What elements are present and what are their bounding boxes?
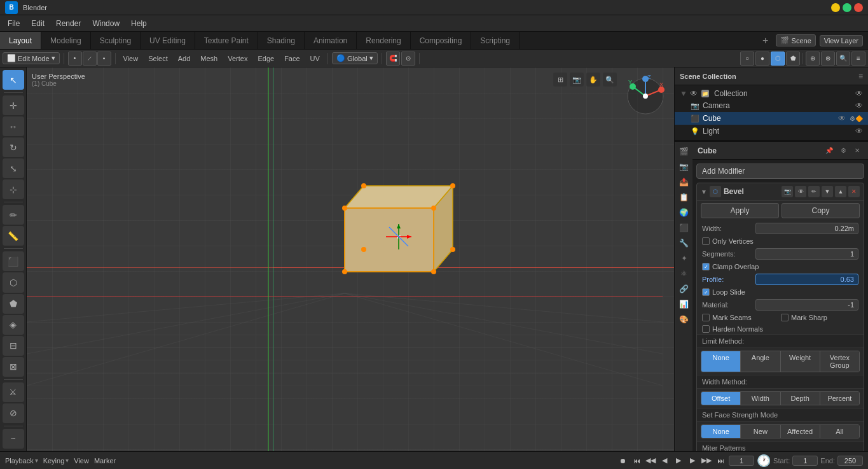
light-item[interactable]: 💡 Light 👁 [675, 125, 868, 137]
width-value[interactable]: 0.22m [755, 223, 858, 234]
prop-constraints[interactable]: 🔗 [677, 282, 691, 296]
prop-material[interactable]: 🎨 [677, 312, 691, 326]
close-props-icon[interactable]: ✕ [851, 145, 863, 157]
filter-icon[interactable]: ≡ [858, 72, 863, 81]
tab-uv-editing[interactable]: UV Editing [141, 32, 195, 49]
prop-object[interactable]: ⬛ [677, 221, 691, 235]
skip-start-button[interactable]: ⏮ [631, 455, 642, 466]
tool-inset[interactable]: ⬟ [3, 294, 24, 314]
only-vertices-check[interactable] [702, 237, 710, 245]
menu-help[interactable]: Help [126, 18, 152, 29]
prop-scene[interactable]: 🎬 [677, 144, 691, 158]
settings-icon[interactable]: ⚙ [837, 145, 849, 157]
search-button[interactable]: 🔍 [836, 52, 850, 66]
tab-rendering[interactable]: Rendering [357, 32, 410, 49]
prop-particles[interactable]: ✦ [677, 251, 691, 265]
tool-annotate[interactable]: ✏ [3, 205, 24, 225]
modifier-down[interactable]: ▼ [822, 186, 833, 197]
camera-visibility[interactable]: 👁 [855, 101, 863, 110]
tab-compositing[interactable]: Compositing [411, 32, 472, 49]
menu-edit[interactable]: Edit [26, 18, 50, 29]
prev-frame-button[interactable]: ◀ [659, 455, 670, 466]
collection-item[interactable]: ▼ 👁 📁 Collection 👁 [675, 88, 868, 99]
start-frame-field[interactable]: 1 [792, 456, 818, 466]
toolbar-select[interactable]: Select [144, 53, 172, 64]
mark-sharp-check[interactable] [781, 314, 789, 321]
prop-data[interactable]: 📊 [677, 297, 691, 311]
toolbar-uv[interactable]: UV [307, 53, 324, 64]
tab-layout[interactable]: Layout [0, 32, 41, 49]
viewport[interactable]: User Perspective (1) Cube X Y Z [27, 67, 674, 451]
viewport-icon-pan[interactable]: ✋ [586, 73, 600, 87]
toolbar-edge[interactable]: Edge [254, 53, 278, 64]
next-keyframe-button[interactable]: ▶▶ [701, 455, 712, 466]
scene-selector[interactable]: 🎬 Scene [776, 34, 816, 46]
viewport-shading-solid[interactable]: ○ [740, 52, 754, 66]
loop-slide-check[interactable]: ✓ [702, 288, 710, 296]
tab-texture-paint[interactable]: Texture Paint [195, 32, 258, 49]
width-offset[interactable]: Offset [701, 392, 741, 405]
camera-item[interactable]: 📷 Camera 👁 [675, 99, 868, 112]
edge-select-mode[interactable]: ⟋ [83, 52, 97, 66]
toolbar-mesh[interactable]: Mesh [196, 53, 221, 64]
skip-end-button[interactable]: ⏭ [715, 455, 726, 466]
limit-vertex-group[interactable]: Vertex Group [820, 351, 859, 372]
overlay-toggle[interactable]: ⊕ [806, 52, 820, 66]
fs-all[interactable]: All [820, 425, 859, 438]
viewport-shading-rendered[interactable]: ⬡ [771, 52, 785, 66]
pin-icon[interactable]: 📌 [823, 145, 835, 157]
collection-visibility[interactable]: 👁 [855, 89, 863, 98]
menu-window[interactable]: Window [87, 18, 125, 29]
prop-view-layer[interactable]: 📋 [677, 190, 691, 204]
mode-dropdown[interactable]: ⬜ Edit Mode ▾ [3, 52, 60, 64]
proportional-edit[interactable]: ⊙ [401, 52, 415, 66]
prop-world[interactable]: 🌍 [677, 206, 691, 220]
tool-scale[interactable]: ⤡ [3, 158, 24, 178]
tool-add-cube[interactable]: ⬛ [3, 251, 24, 271]
clamp-overlap-check[interactable]: ✓ [702, 263, 710, 270]
tool-bevel[interactable]: ◈ [3, 315, 24, 335]
width-percent[interactable]: Percent [820, 392, 859, 405]
next-frame-button[interactable]: ▶ [687, 455, 698, 466]
prop-render[interactable]: 📷 [677, 160, 691, 174]
tool-measure[interactable]: 📏 [3, 226, 24, 246]
fs-affected[interactable]: Affected [781, 425, 820, 438]
prop-output[interactable]: 📤 [677, 175, 691, 189]
limit-angle[interactable]: Angle [741, 351, 780, 372]
playback-label[interactable]: Playback [5, 457, 34, 465]
copy-button[interactable]: Copy [782, 203, 860, 218]
menu-file[interactable]: File [3, 18, 25, 29]
tool-rotate[interactable]: ↻ [3, 137, 24, 157]
toolbar-vertex[interactable]: Vertex [224, 53, 251, 64]
orientation-widget[interactable]: X Y Z [623, 74, 668, 118]
tool-loop-cut[interactable]: ⊟ [3, 336, 24, 356]
tool-cursor[interactable]: ✛ [3, 95, 24, 115]
tool-extrude[interactable]: ⬡ [3, 272, 24, 292]
tool-bisect[interactable]: ⊘ [3, 403, 24, 423]
viewport-icon-search[interactable]: 🔍 [603, 73, 617, 87]
light-visibility[interactable]: 👁 [855, 127, 863, 136]
minimize-button[interactable] [831, 3, 840, 12]
viewport-icon-camera[interactable]: 📷 [570, 73, 584, 87]
profile-value[interactable]: 0.63 [755, 274, 858, 285]
modifier-expand[interactable]: ▼ [701, 188, 707, 195]
modifier-eye[interactable]: 👁 [795, 186, 806, 197]
tool-knife[interactable]: ⚔ [3, 382, 24, 402]
snap-toggle[interactable]: 🧲 [386, 52, 400, 66]
cube-visibility[interactable]: 👁 [838, 114, 846, 123]
prop-physics[interactable]: ⚛ [677, 267, 691, 281]
viewport-shading-eevee[interactable]: ⬟ [786, 52, 800, 66]
limit-weight[interactable]: Weight [781, 351, 820, 372]
width-depth[interactable]: Depth [781, 392, 820, 405]
viewport-icon-grid[interactable]: ⊞ [553, 73, 567, 87]
view-label[interactable]: View [74, 457, 89, 465]
toolbar-add[interactable]: Add [174, 53, 195, 64]
play-button[interactable]: ▶ [673, 455, 684, 466]
tab-modeling[interactable]: Modeling [41, 32, 91, 49]
modifier-up[interactable]: ▲ [835, 186, 846, 197]
face-select-mode[interactable]: ▪ [97, 52, 111, 66]
limit-none[interactable]: None [701, 351, 741, 372]
tab-shading[interactable]: Shading [258, 32, 305, 49]
tab-scripting[interactable]: Scripting [471, 32, 520, 49]
tool-select[interactable]: ↖ [3, 70, 24, 90]
